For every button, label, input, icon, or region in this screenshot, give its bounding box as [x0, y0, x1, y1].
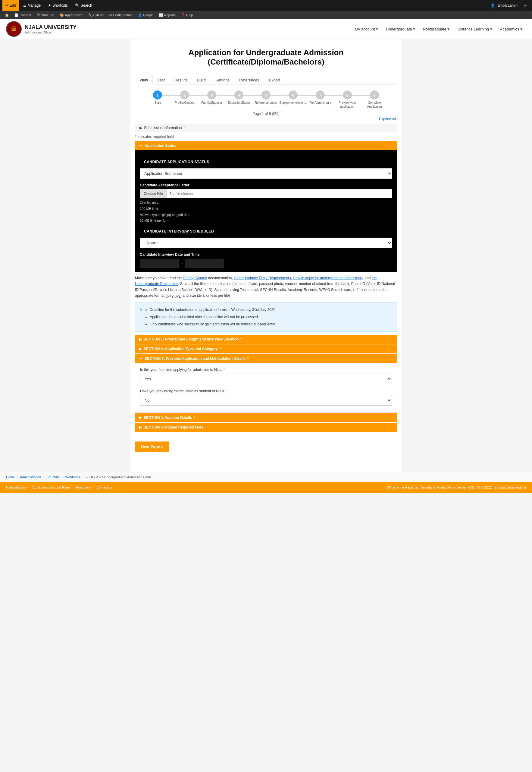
first-time-asterisk: *: [224, 368, 225, 372]
nav-myaccount[interactable]: My account ▾: [351, 25, 382, 33]
file-info: One file only. 100 MB limit. Allowed typ…: [140, 200, 392, 224]
sec-extend-button[interactable]: 🔧 Extend: [86, 11, 106, 19]
sec-structure-button[interactable]: 🏗 Structure: [34, 11, 57, 19]
footer-njala-website[interactable]: Njala Website: [6, 485, 27, 489]
step-2-circle: 2: [180, 90, 189, 99]
user-info: 👤 Tamba Lamin: [487, 3, 521, 8]
sec-appearance-button[interactable]: 🎨 Appearance: [57, 11, 85, 19]
sec-people-button[interactable]: 👤 People: [136, 11, 156, 19]
configuration-label: Configuration: [113, 13, 133, 17]
submission-info-bar[interactable]: ▶ Submission Information *: [135, 124, 397, 132]
structure-label: Structure: [41, 13, 55, 17]
search-button[interactable]: 🔍 Search: [72, 0, 95, 11]
app-status-label: Application Status: [145, 143, 176, 148]
extend-label: Extend: [93, 13, 104, 17]
info-box: ℹ Deadline for the submission of applica…: [135, 302, 397, 332]
shortcuts-button[interactable]: ★ Shortcuts: [45, 0, 71, 11]
manage-button[interactable]: ☰ Manage: [20, 0, 44, 11]
first-time-label: Is this your first time applying for adm…: [140, 368, 392, 372]
step-8-circle: 8: [343, 90, 352, 99]
section2-label: SECTION 2: Application Type and Category: [144, 347, 218, 351]
next-button-wrap: Next Page >: [135, 437, 397, 457]
university-logo: 🏛 NJALA UNIVERSITY Admissions Office: [6, 21, 77, 37]
nav-postgraduate[interactable]: Postgraduate ▾: [419, 25, 453, 33]
candidate-status-label: CANDIDATE APPLICATION STATUS: [144, 160, 209, 164]
section1-header[interactable]: ▶ SECTION 1: Programme Sought and Interv…: [135, 335, 397, 344]
admin-toolbar-left: ✏ Edit ☰ Manage ★ Shortcuts 🔍 Search: [2, 0, 95, 11]
university-name: NJALA UNIVERSITY: [25, 24, 77, 30]
university-name-block: NJALA UNIVERSITY Admissions Office: [25, 24, 77, 34]
entry-req-link[interactable]: Undergraduate Entry Requirements: [234, 276, 291, 280]
admin-toolbar: ✏ Edit ☰ Manage ★ Shortcuts 🔍 Search 👤 T…: [0, 0, 532, 11]
sec-configuration-button[interactable]: ⚙ Configuration: [107, 11, 135, 19]
sec-reports-button[interactable]: 📊 Reports: [156, 11, 178, 19]
sec-content-button[interactable]: 📄 Content: [12, 11, 34, 19]
admin-toolbar-right: 👤 Tamba Lamin |»: [487, 0, 530, 11]
bc-sep-2: ›: [43, 475, 44, 479]
next-page-button[interactable]: Next Page >: [135, 441, 169, 452]
tab-build[interactable]: Build: [192, 76, 210, 84]
tab-settings[interactable]: Settings: [211, 76, 234, 84]
collapse-toolbar-button[interactable]: |»: [521, 0, 530, 11]
section5-header[interactable]: ▶ SECTION 5: Upload Required Files: [135, 423, 397, 432]
section1-asterisk: *: [240, 337, 242, 341]
step-9: 9 Complete Application: [361, 90, 388, 108]
step-1: 1 Start: [144, 90, 171, 108]
step-6-label: Employment/Activi...: [280, 101, 307, 105]
prev-matric-select[interactable]: No Yes: [140, 395, 392, 406]
how-to-apply-link[interactable]: How to apply for undergraduate admission…: [293, 276, 362, 280]
interview-date-input[interactable]: [140, 259, 179, 268]
step-6-circle: 6: [289, 90, 298, 99]
search-icon: 🔍: [75, 3, 80, 8]
section4-header[interactable]: ▶ SECTION 4: Voucher Details *: [135, 413, 397, 422]
nav-distance-label: Distance Learning ▾: [457, 27, 492, 31]
interview-subheader: CANDIDATE INTERVIEW SCHEDULED: [140, 227, 392, 236]
shortcuts-label: Shortcuts: [52, 3, 68, 8]
tab-view[interactable]: View: [135, 76, 152, 84]
getting-started-link[interactable]: Getting Started: [183, 276, 207, 280]
appearance-label: Appearance: [65, 13, 83, 17]
tab-export[interactable]: Export: [264, 76, 285, 84]
first-time-select[interactable]: Yes No: [140, 374, 392, 384]
submission-arrow-icon: ▶: [139, 126, 142, 130]
step-5-circle: 5: [261, 90, 271, 99]
nav-academics[interactable]: Academics ▾: [496, 25, 526, 33]
breadcrumb-structure[interactable]: Structure: [46, 475, 60, 479]
section3-header[interactable]: ▼ SECTION 3: Previous Application and Ma…: [135, 354, 397, 363]
extend-icon: 🔧: [88, 13, 92, 17]
file-info-2: 100 MB limit.: [140, 206, 392, 212]
breadcrumb-admin[interactable]: Administration: [20, 475, 41, 479]
appearance-icon: 🎨: [60, 13, 64, 17]
nav-distance[interactable]: Distance Learning ▾: [454, 25, 496, 33]
interview-select[interactable]: - None - Scheduled Completed: [140, 238, 392, 248]
footer-contact[interactable]: Contact us: [96, 485, 112, 489]
section2-header[interactable]: ▶ SECTION 2: Application Type and Catego…: [135, 344, 397, 353]
application-status-select[interactable]: Application Submitted Pending Approved R…: [140, 168, 392, 179]
breadcrumb-home[interactable]: Home: [6, 475, 15, 479]
breadcrumb-webforms[interactable]: Webforms: [65, 475, 80, 479]
form-tabs: View Test Results Build Settings Referen…: [135, 76, 397, 84]
footer-feedback[interactable]: Feedback: [76, 485, 90, 489]
interview-time-input[interactable]: [185, 259, 224, 268]
nav-undergraduate[interactable]: Undergraduate ▾: [382, 25, 419, 33]
step-7-circle: 7: [316, 90, 325, 99]
search-label: Search: [81, 3, 92, 8]
choose-file-button[interactable]: Choose File: [140, 189, 167, 198]
step-4-circle: 4: [234, 90, 243, 99]
section5-label: SECTION 5: Upload Required Files: [144, 425, 203, 429]
info-item-3: Only candidates who successfully gain ad…: [150, 321, 276, 328]
sec-home-button[interactable]: 🏠: [2, 11, 11, 19]
prev-matric-label: Have you previously matriculated as stud…: [140, 389, 392, 393]
tab-references[interactable]: References: [235, 76, 264, 84]
edit-label: Edit: [10, 3, 16, 8]
info-item-1: Deadline for the submission of applicati…: [150, 306, 276, 313]
tab-results[interactable]: Results: [170, 76, 192, 84]
edit-button[interactable]: ✏ Edit: [2, 0, 19, 11]
app-status-header[interactable]: ▼ Application Status: [135, 141, 397, 150]
footer-support[interactable]: Application Support Page: [33, 485, 70, 489]
expand-all-link[interactable]: Expand all: [135, 117, 397, 121]
progress-steps: 1 Start 2 Profile/Contact 3 Family/Spons…: [135, 90, 397, 108]
tab-test[interactable]: Test: [153, 76, 169, 84]
submission-asterisk: *: [183, 126, 185, 130]
sec-help-button[interactable]: ❓ Help: [179, 11, 196, 19]
